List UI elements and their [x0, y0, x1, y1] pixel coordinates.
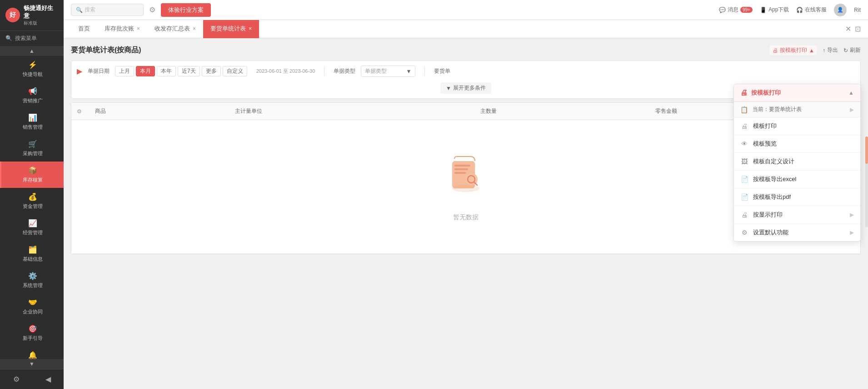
close-all-icon[interactable]: ✕ — [845, 25, 851, 33]
main-area: 🔍 搜索 ⚙ 体验行业方案 💬 消息 99+ 📱 App下载 🎧 在线客服 👤 — [64, 0, 868, 389]
inventory-icon: 📦 — [28, 166, 37, 175]
collapse-icon[interactable]: ◀ — [44, 373, 53, 385]
dropdown-item-export-excel[interactable]: 📄 按模板导出excel — [734, 171, 860, 188]
tab-receipt-summary[interactable]: 收发存汇总表 × — [147, 20, 203, 38]
online-service-btn[interactable]: 🎧 在线客服 — [796, 6, 827, 14]
sidebar-item-purchase[interactable]: 🛒 采购管理 — [0, 135, 64, 162]
topbar-right: 💬 消息 99+ 📱 App下载 🎧 在线客服 👤 Rit — [719, 4, 861, 16]
app-download-btn[interactable]: 📱 App下载 — [760, 6, 789, 14]
logo-icon: 好 — [5, 8, 20, 22]
sidebar-item-newbie[interactable]: 🎯 新手引导 — [0, 320, 64, 346]
dropdown-item-template-print[interactable]: 🖨 模板打印 — [734, 117, 860, 135]
tab-receipt-summary-close[interactable]: × — [193, 25, 196, 32]
search-label: 搜索菜单 — [15, 35, 37, 42]
type-select-value: 单据类型 — [365, 67, 404, 75]
settings-bottom-icon[interactable]: ⚙ — [11, 373, 21, 385]
sidebar-item-appstore[interactable]: 🔔 应用中心 — [0, 346, 64, 359]
dropdown-print-icon: 🖨 — [740, 89, 748, 97]
sidebar-nav: ⚡ 快捷导航 📢 营销推广 📊 销售管理 🛒 采购管理 📦 库存核算 💰 资金管… — [0, 56, 64, 359]
collab-icon: 🤝 — [28, 298, 37, 307]
template-preview-label: 模板预览 — [753, 140, 854, 148]
date-btn-last-month[interactable]: 上月 — [115, 66, 134, 76]
collab-label: 企业协同 — [23, 308, 43, 315]
dropdown-item-display-print[interactable]: 🖨 按显示打印 ▶ — [734, 206, 860, 224]
online-service-label: 在线客服 — [805, 6, 827, 14]
export-btn[interactable]: ↑ 导出 — [823, 46, 838, 54]
date-buttons: 上月 本月 本年 近7天 更多 自定义 — [115, 66, 247, 76]
page-header: 要货单统计表(按商品) 🖨 按模板打印 ▲ ↑ 导出 ↻ 刷新 — [71, 45, 861, 55]
gear-icon[interactable]: ⚙ — [147, 4, 157, 16]
sidebar-item-base[interactable]: 🗂️ 基础信息 — [0, 241, 64, 267]
display-print-icon: 🖨 — [740, 211, 748, 218]
message-btn[interactable]: 💬 消息 99+ — [719, 6, 753, 14]
avatar[interactable]: 👤 — [834, 4, 847, 16]
date-btn-more[interactable]: 更多 — [202, 66, 221, 76]
tab-order-stats-close[interactable]: × — [249, 25, 252, 32]
sidebar-item-finance[interactable]: 💰 资金管理 — [0, 188, 64, 214]
date-filter-label: 单据日期 — [88, 67, 110, 75]
filter-expand-icon[interactable]: ▶ — [77, 67, 82, 76]
search-icon: 🔍 — [76, 7, 83, 13]
tab-inventory-batch-close[interactable]: × — [137, 25, 140, 32]
right-scrollbar[interactable] — [865, 136, 868, 227]
tabs-bar: 首页 库存批次账 × 收发存汇总表 × 要货单统计表 × ✕ ⊡ — [64, 20, 868, 38]
sidebar-item-operations[interactable]: 📈 经营管理 — [0, 214, 64, 241]
goods-filter-label: 要货单 — [434, 67, 450, 75]
topbar-search[interactable]: 🔍 搜索 — [71, 4, 144, 16]
sidebar-search[interactable]: 🔍 搜索菜单 — [0, 31, 64, 46]
newbie-label: 新手引导 — [23, 335, 43, 342]
col-qty: 主数量 — [475, 103, 650, 120]
sidebar-logo: 好 畅捷通好生意 标准版 — [0, 0, 64, 31]
trial-btn[interactable]: 体验行业方案 — [161, 3, 211, 17]
svg-rect-4 — [454, 172, 466, 174]
search-icon: 🔍 — [5, 35, 12, 41]
svg-rect-2 — [454, 165, 470, 167]
print-btn[interactable]: 🖨 按模板打印 ▲ — [770, 45, 817, 55]
date-btn-this-month[interactable]: 本月 — [136, 66, 155, 76]
type-select[interactable]: 单据类型 ▼ — [361, 66, 415, 77]
expand-more-btn[interactable]: ▼ 展开更多条件 — [440, 82, 491, 94]
tab-order-stats[interactable]: 要货单统计表 × — [203, 20, 259, 38]
sidebar-item-system[interactable]: ⚙️ 系统管理 — [0, 267, 64, 293]
base-icon: 🗂️ — [28, 245, 37, 254]
tab-order-stats-label: 要货单统计表 — [210, 25, 246, 33]
page-content: 要货单统计表(按商品) 🖨 按模板打印 ▲ ↑ 导出 ↻ 刷新 — [64, 38, 868, 389]
message-icon: 💬 — [719, 7, 726, 13]
print-dropdown: 🖨 按模板打印 ▲ 📋 当前：要货单统计表 ▶ 🖨 模板打印 👁 模板预览 🖼 — [733, 84, 861, 242]
dropdown-item-template-custom[interactable]: 🖼 模板自定义设计 — [734, 153, 860, 171]
template-custom-label: 模板自定义设计 — [753, 157, 854, 166]
col-settings[interactable]: ⚙ — [71, 103, 90, 120]
tab-home[interactable]: 首页 — [71, 20, 97, 38]
date-btn-custom[interactable]: 自定义 — [223, 66, 247, 76]
dropdown-current-item[interactable]: 📋 当前：要货单统计表 ▶ — [734, 102, 860, 117]
sales-label: 销售管理 — [23, 124, 43, 131]
tab-inventory-batch[interactable]: 库存批次账 × — [97, 20, 147, 38]
default-settings-arrow: ▶ — [850, 229, 854, 236]
scroll-up-icon[interactable]: ▲ — [29, 48, 35, 54]
dropdown-title: 🖨 按模板打印 — [740, 89, 781, 97]
sidebar-item-sales[interactable]: 📊 销售管理 — [0, 109, 64, 135]
refresh-label: 刷新 — [850, 46, 861, 54]
sidebar-item-inventory[interactable]: 📦 库存核算 — [0, 162, 64, 188]
column-settings-icon[interactable]: ⚙ — [77, 108, 82, 115]
tabs-right: ✕ ⊡ — [845, 25, 861, 33]
dropdown-item-default-settings[interactable]: ⚙ 设置默认功能 ▶ — [734, 224, 860, 241]
sidebar-item-collab[interactable]: 🤝 企业协同 — [0, 293, 64, 320]
sidebar-item-marketing[interactable]: 📢 营销推广 — [0, 82, 64, 109]
date-btn-this-year[interactable]: 本年 — [157, 66, 176, 76]
filter-divider — [324, 67, 324, 76]
scroll-down-icon[interactable]: ▼ — [29, 361, 35, 367]
sidebar-item-quicknav[interactable]: ⚡ 快捷导航 — [0, 56, 64, 82]
export-pdf-label: 按模板导出pdf — [753, 193, 854, 201]
date-range-text: 2023-06-01 至 2023-06-30 — [256, 68, 315, 75]
marketing-icon: 📢 — [28, 87, 37, 96]
dropdown-item-export-pdf[interactable]: 📄 按模板导出pdf — [734, 188, 860, 206]
print-icon: 🖨 — [773, 47, 778, 54]
newbie-icon: 🎯 — [28, 324, 37, 333]
dropdown-close-arrow[interactable]: ▲ — [848, 90, 854, 96]
search-placeholder: 搜索 — [85, 6, 95, 14]
refresh-btn[interactable]: ↻ 刷新 — [843, 46, 861, 54]
dropdown-item-template-preview[interactable]: 👁 模板预览 — [734, 135, 860, 153]
date-btn-7days[interactable]: 近7天 — [178, 66, 200, 76]
maximize-icon[interactable]: ⊡ — [855, 25, 861, 33]
